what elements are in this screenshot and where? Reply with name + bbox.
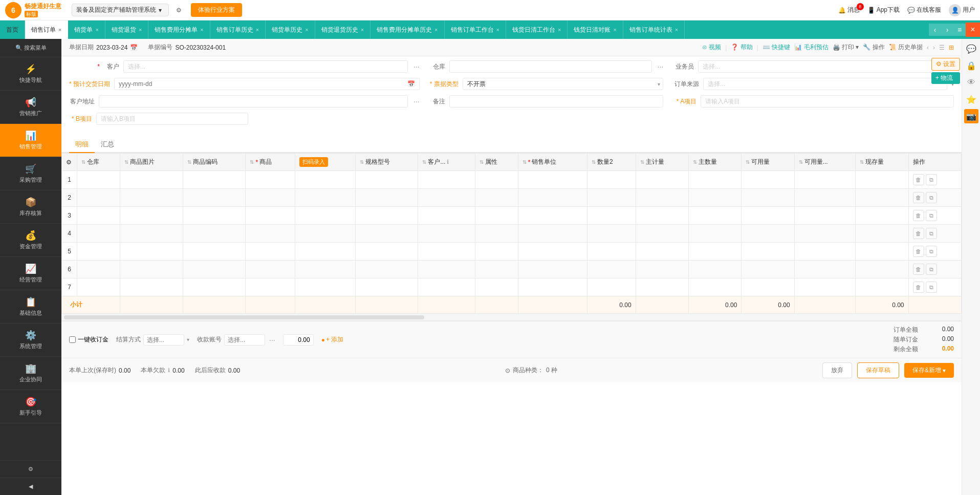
settings-quick-btn[interactable]: ⚙ 设置 xyxy=(931,58,960,71)
one-click-checkbox[interactable] xyxy=(69,336,76,343)
sort-available[interactable]: ⇅ xyxy=(746,159,750,165)
sort-qty2[interactable]: ⇅ xyxy=(592,159,596,165)
sort-customer-code[interactable]: ⇅ xyxy=(422,159,426,165)
tab-close-order-workbench[interactable]: × xyxy=(496,27,499,33)
bank-account-more-icon[interactable]: ··· xyxy=(269,336,275,344)
tab-close-sales-order[interactable]: × xyxy=(58,27,61,33)
tab-expense-history[interactable]: 销售费用分摊单历史 × xyxy=(371,20,444,39)
tab-close-all[interactable]: × xyxy=(966,23,980,37)
row-delete-3[interactable]: 🗑 xyxy=(913,210,924,221)
row-delete-5[interactable]: 🗑 xyxy=(913,246,924,257)
tab-close-cash-workbench[interactable]: × xyxy=(558,27,561,33)
right-sidebar-eye-icon[interactable]: 👁 xyxy=(964,75,978,90)
warehouse-more-icon[interactable]: ··· xyxy=(658,62,664,71)
tab-menu[interactable]: ≡ xyxy=(953,24,966,36)
invoice-type-select[interactable]: 不开票 增值税普通发票 增值税专用发票 xyxy=(463,78,520,90)
profit-forecast-link[interactable]: 📊 毛利预估 xyxy=(794,43,828,52)
sidebar-item-system[interactable]: ⚙️ 系统管理 xyxy=(0,324,61,357)
online-support-link[interactable]: 💬 在线客服 xyxy=(907,6,941,14)
settings-icon[interactable]: ⚙ xyxy=(171,3,186,17)
sort-product-img[interactable]: ⇅ xyxy=(124,159,128,165)
sidebar-item-operations[interactable]: 📈 经营管理 xyxy=(0,257,61,290)
tab-close-sales-refund[interactable]: × xyxy=(139,27,142,33)
address-more-icon[interactable]: ··· xyxy=(413,97,420,105)
customer-code-info-icon[interactable]: ℹ xyxy=(447,159,449,165)
tab-close-sales-return[interactable]: × xyxy=(95,27,98,33)
row-copy-2[interactable]: ⧉ xyxy=(926,192,937,203)
remarks-input[interactable] xyxy=(449,95,663,107)
tab-sales-return[interactable]: 销货单 × xyxy=(68,20,105,39)
settlement-input[interactable] xyxy=(143,334,184,346)
th-gear[interactable]: ⚙ xyxy=(62,154,77,171)
tab-sales-stats[interactable]: 销售订单统计表 × xyxy=(623,20,685,39)
sidebar-item-sales[interactable]: 📊 销售管理 xyxy=(0,124,61,157)
tab-home[interactable]: 首页 xyxy=(0,20,25,39)
row-delete-7[interactable]: 🗑 xyxy=(913,282,924,293)
list-view-icon[interactable]: ☰ xyxy=(939,44,945,51)
sort-main-unit[interactable]: ⇅ xyxy=(640,159,644,165)
tab-scroll-left[interactable]: ‹ xyxy=(929,24,941,36)
row-copy-1[interactable]: ⧉ xyxy=(926,174,937,185)
tab-close-refund-history[interactable]: × xyxy=(361,27,364,33)
right-sidebar-star-icon[interactable]: ⭐ xyxy=(964,92,978,106)
tab-close-order-history[interactable]: × xyxy=(256,27,259,33)
tab-refund-history[interactable]: 销货退货历史 × xyxy=(315,20,371,39)
sort-spec[interactable]: ⇅ xyxy=(360,159,364,165)
tab-scroll-right[interactable]: › xyxy=(941,24,953,36)
sort-available2[interactable]: ⇅ xyxy=(799,159,803,165)
tab-close-expense-history[interactable]: × xyxy=(434,27,438,33)
grid-view-icon[interactable]: ⊞ xyxy=(949,44,954,51)
tab-summary[interactable]: 汇总 xyxy=(95,137,120,153)
settlement-dropdown[interactable]: ▾ xyxy=(187,337,189,342)
sort-product-code[interactable]: ⇅ xyxy=(187,159,191,165)
sidebar-item-quick-nav[interactable]: ⚡ 快捷导航 xyxy=(0,57,61,91)
sort-main-qty[interactable]: ⇅ xyxy=(693,159,697,165)
print-link[interactable]: 🖨️ 打印 ▾ xyxy=(833,43,859,52)
order-source-input[interactable] xyxy=(703,78,947,90)
sidebar-item-marketing[interactable]: 📢 营销推广 xyxy=(0,91,61,124)
delivery-date-cal-icon[interactable]: 📅 xyxy=(407,80,415,88)
row-copy-7[interactable]: ⧉ xyxy=(926,282,937,293)
tab-close-cash-reconcile[interactable]: × xyxy=(613,27,616,33)
customer-more-icon[interactable]: ··· xyxy=(413,62,420,71)
tab-return-history[interactable]: 销货单历史 × xyxy=(266,20,315,39)
sidebar-settings-btn[interactable]: ⚙ xyxy=(0,460,61,478)
add-logistics-btn[interactable]: + 物流 xyxy=(931,72,960,84)
save-new-button[interactable]: 保存&新增 ▾ xyxy=(904,363,954,378)
row-copy-5[interactable]: ⧉ xyxy=(926,246,937,257)
invoice-type-select-wrap[interactable]: 不开票 增值税普通发票 增值税专用发票 xyxy=(463,78,663,90)
customer-address-input[interactable] xyxy=(99,95,408,107)
sidebar-item-basic-info[interactable]: 📋 基础信息 xyxy=(0,290,61,324)
debt-info-icon[interactable]: ℹ xyxy=(168,367,170,374)
help-link[interactable]: ❓ 帮助 xyxy=(731,43,752,52)
sidebar-item-search[interactable]: 🔍 搜索菜单 xyxy=(0,39,61,57)
tab-close-sales-stats[interactable]: × xyxy=(675,27,678,33)
payment-amount-input[interactable] xyxy=(283,334,314,346)
discard-button[interactable]: 放弃 xyxy=(822,362,852,378)
scan-button[interactable]: 扫码录入 xyxy=(299,157,328,167)
tab-detail[interactable]: 明细 xyxy=(69,137,95,153)
bank-account-input[interactable] xyxy=(224,334,265,346)
nav-next-icon[interactable]: › xyxy=(933,44,935,51)
row-delete-2[interactable]: 🗑 xyxy=(913,192,924,203)
tab-order-history[interactable]: 销售订单历史 × xyxy=(210,20,266,39)
sort-attributes[interactable]: ⇅ xyxy=(480,159,484,165)
tab-close-expense-split[interactable]: × xyxy=(200,27,203,33)
customer-input[interactable] xyxy=(123,60,408,73)
row-copy-4[interactable]: ⧉ xyxy=(926,228,937,239)
tab-cash-reconcile[interactable]: 钱货日清对账 × xyxy=(568,20,623,39)
nav-prev-icon[interactable]: ‹ xyxy=(927,44,929,51)
app-download-link[interactable]: 📱 App下载 xyxy=(867,6,900,14)
delivery-date-input[interactable] xyxy=(119,80,407,88)
history-link[interactable]: 📜 历史单据 xyxy=(889,43,923,52)
notification-bell[interactable]: 🔔 8 消息 xyxy=(838,6,860,14)
tab-close-return-history[interactable]: × xyxy=(305,27,308,33)
sidebar-item-finance[interactable]: 💰 资金管理 xyxy=(0,224,61,257)
tab-sales-refund[interactable]: 销货退货 × xyxy=(105,20,148,39)
salesperson-input[interactable] xyxy=(698,60,942,73)
sort-product[interactable]: ⇅ xyxy=(250,159,254,165)
tab-sales-order[interactable]: 销售订单 × xyxy=(25,20,68,39)
operations-link[interactable]: 🔧 操作 xyxy=(863,43,884,52)
warehouse-input[interactable]: 成品库 xyxy=(449,60,652,73)
row-delete-4[interactable]: 🗑 xyxy=(913,228,924,239)
